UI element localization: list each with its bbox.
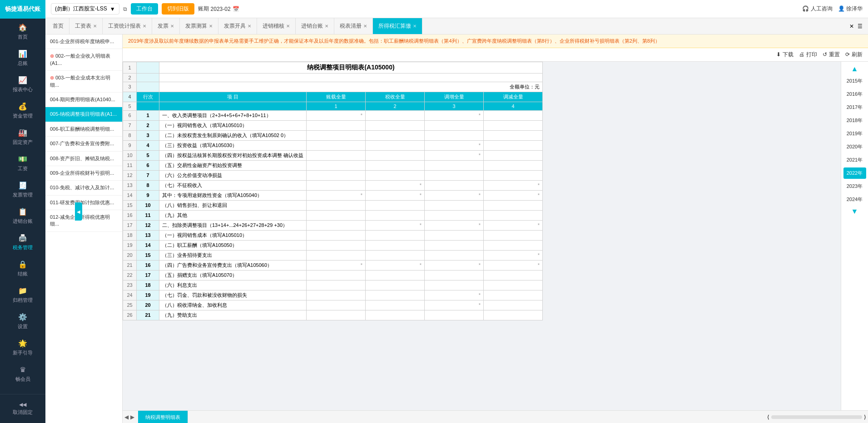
error-icon: ⊗ — [50, 53, 54, 59]
left-item-002[interactable]: ⊗002-一般企业收入明细表(A1... — [45, 49, 122, 71]
download-button[interactable]: ⬇ 下载 — [776, 51, 794, 59]
left-item-011[interactable]: 011-研发费用加计扣除优惠... — [45, 196, 122, 210]
sidebar-item-close[interactable]: 🔒 结账 — [0, 256, 45, 282]
period-label: 账期 — [198, 5, 209, 13]
table-row: 22 17 （五）捐赠支出（填写A105070） — [123, 270, 543, 280]
tab-income-tax[interactable]: 所得税汇算缴 ✕ — [373, 18, 422, 34]
year-2023[interactable]: 2023年 — [843, 181, 866, 192]
table-row: 12 7 （六）公允价值变动净损益 — [123, 170, 543, 180]
next-sheet-icon[interactable]: ▶ — [130, 414, 134, 420]
reset-button[interactable]: ↺ 重置 — [823, 51, 840, 59]
collapse-panel-button[interactable]: ◀ — [75, 202, 82, 221]
left-item-006[interactable]: 006-职工薪酬纳税调整明细... — [45, 122, 122, 137]
col-sub-1: 1 — [307, 102, 366, 110]
tab-import-check[interactable]: 进销稽核 ✕ — [257, 18, 296, 34]
support-button[interactable]: 🎧 人工咨询 — [802, 5, 832, 13]
year-2018[interactable]: 2018年 — [843, 115, 866, 126]
table-row: 17 12 二、扣除类调整项目（13+14+...24+26+27+28+29 … — [123, 220, 543, 230]
tab-tax-clear[interactable]: 税表清册 ✕ — [334, 18, 373, 34]
left-item-001[interactable]: 001-企业所得税年度纳税申... — [45, 34, 122, 49]
bottom-tab-main[interactable]: 纳税调整明细表 — [138, 411, 188, 423]
left-item-010[interactable]: 010-免税、减计收入及加计... — [45, 181, 122, 195]
workbench-button[interactable]: 工作台 — [131, 3, 158, 15]
year-2021[interactable]: 2021年 — [843, 154, 866, 166]
period-selector[interactable]: 账期 2023-02 📅 — [198, 5, 239, 13]
user-avatar[interactable]: 👤 徐泽华 — [838, 5, 863, 13]
tab-invoice-calc[interactable]: 发票测算 ✕ — [180, 18, 218, 34]
sidebar-item-invoice[interactable]: 🧾 发票管理 — [0, 177, 45, 203]
left-item-008[interactable]: 008-资产折旧、摊销及纳税... — [45, 152, 122, 166]
nav-tabs: 首页 工资表 ✕ 工资统计报表 ✕ 发票 ✕ 发票测算 ✕ 发票开具 ✕ 进销稽… — [45, 18, 868, 34]
sidebar-item-asset[interactable]: 🏭 固定资产 — [0, 124, 45, 150]
close-tab-tax-clear[interactable]: ✕ — [363, 24, 367, 29]
col-header-e: 调增全量 — [425, 92, 484, 102]
switch-version-button[interactable]: 切到旧版 — [162, 3, 194, 15]
tab-invoice-open[interactable]: 发票开具 ✕ — [218, 18, 257, 34]
sidebar-item-ledger[interactable]: 📊 总账 — [0, 45, 45, 71]
copy-icon[interactable]: ⧉ — [123, 6, 127, 12]
tab-home[interactable]: 首页 — [47, 18, 69, 34]
close-tab-salary-report[interactable]: ✕ — [143, 24, 146, 29]
tab-import-ledger[interactable]: 进销台账 ✕ — [296, 18, 334, 34]
error-icon: ⊗ — [50, 75, 54, 80]
left-item-007[interactable]: 007-广告费和业务宣传费附... — [45, 137, 122, 151]
year-2016[interactable]: 2016年 — [843, 89, 866, 100]
sidebar-item-salary[interactable]: 💵 工资 — [0, 150, 45, 177]
close-tab-invoice-open[interactable]: ✕ — [248, 24, 251, 29]
close-tab-salary[interactable]: ✕ — [93, 24, 97, 29]
horizontal-scrollbar[interactable]: ⟨ ⟩ — [767, 414, 866, 420]
tab-invoice[interactable]: 发票 ✕ — [152, 18, 180, 34]
sidebar-item-report[interactable]: 📈 报表中心 — [0, 71, 45, 98]
sidebar-item-archive[interactable]: 📁 归档管理 — [0, 282, 45, 308]
spreadsheet-table: 1 纳税调整项目明细表(A105000) 2 — [123, 62, 543, 320]
sidebar-item-tax[interactable]: 🖨️ 税务管理 — [0, 229, 45, 256]
sidebar-item-label: 归档管理 — [13, 297, 33, 304]
unpin-button[interactable]: ◀◀ 取消固定 — [2, 398, 44, 419]
year-up-button[interactable]: ▲ — [850, 64, 860, 74]
year-2019[interactable]: 2019年 — [843, 128, 866, 139]
table-row: 6 1 一、收入类调整项目（2+3+4+5+6+7+8+10+11） * * — [123, 110, 543, 120]
sidebar-item-home[interactable]: 🏠 首页 — [0, 19, 45, 45]
sidebar-item-settings[interactable]: ⚙️ 设置 — [0, 308, 45, 334]
close-tab-invoice-calc[interactable]: ✕ — [209, 24, 213, 29]
year-2022[interactable]: 2022年 — [843, 167, 866, 179]
close-all-icon[interactable]: ✕ — [849, 23, 854, 30]
year-2024[interactable]: 2024年 — [843, 194, 866, 205]
close-tab-import-ledger[interactable]: ✕ — [325, 24, 328, 29]
close-tab-income-tax[interactable]: ✕ — [413, 24, 417, 29]
tab-salary[interactable]: 工资表 ✕ — [69, 18, 103, 34]
left-item-005[interactable]: 005-纳税调整项目明细表(A1... — [45, 107, 122, 122]
print-icon: 🖨 — [799, 51, 804, 58]
sidebar-item-label: 新手引导 — [13, 349, 33, 356]
company-selector[interactable]: (勿删）江西股宝-LSS ▼ — [51, 3, 119, 15]
close-tab-import-check[interactable]: ✕ — [286, 24, 290, 29]
col-sub-2: 2 — [366, 102, 425, 110]
archive-icon: 📁 — [18, 286, 27, 295]
year-2015[interactable]: 2015年 — [843, 75, 866, 87]
left-item-003[interactable]: ⊗003-一般企业成本支出明细... — [45, 71, 122, 93]
scroll-right-icon[interactable]: ⟩ — [864, 414, 866, 420]
sidebar-item-member[interactable]: ♛ 畅会员 — [0, 361, 45, 387]
prev-sheet-icon[interactable]: ◀ — [124, 414, 129, 420]
refresh-button[interactable]: ⟳ 刷新 — [845, 51, 863, 59]
sidebar-item-finance[interactable]: 💰 资金管理 — [0, 98, 45, 124]
year-panel: ▲ 2015年 2016年 2017年 2018年 2019年 2020年 20… — [841, 62, 868, 411]
tax-icon: 🖨️ — [18, 234, 27, 242]
sidebar-item-guide[interactable]: 🌟 新手引导 — [0, 334, 45, 361]
sheet-container: 1 纳税调整项目明细表(A105000) 2 — [123, 62, 868, 411]
left-item-004[interactable]: 004-期间费用明细表(A1040... — [45, 93, 122, 107]
tab-salary-report[interactable]: 工资统计报表 ✕ — [103, 18, 152, 34]
close-tab-invoice[interactable]: ✕ — [170, 24, 174, 29]
menu-icon[interactable]: ☰ — [858, 23, 863, 30]
sheet-main[interactable]: 1 纳税调整项目明细表(A105000) 2 — [123, 62, 841, 411]
scroll-left-icon[interactable]: ⟨ — [767, 414, 769, 420]
year-2020[interactable]: 2020年 — [843, 141, 866, 152]
sidebar-item-import[interactable]: 📋 进销台账 — [0, 203, 45, 229]
refresh-icon: ⟳ — [845, 51, 850, 58]
print-button[interactable]: 🖨 打印 — [799, 51, 817, 59]
nav-tabs-end: ✕ ☰ — [846, 23, 866, 30]
left-item-009[interactable]: 009-企业所得税财补亏损明... — [45, 166, 122, 181]
year-2017[interactable]: 2017年 — [843, 102, 866, 113]
left-item-012[interactable]: 012-减免企业所得税优惠明细... — [45, 210, 122, 232]
year-down-button[interactable]: ▼ — [850, 206, 860, 217]
